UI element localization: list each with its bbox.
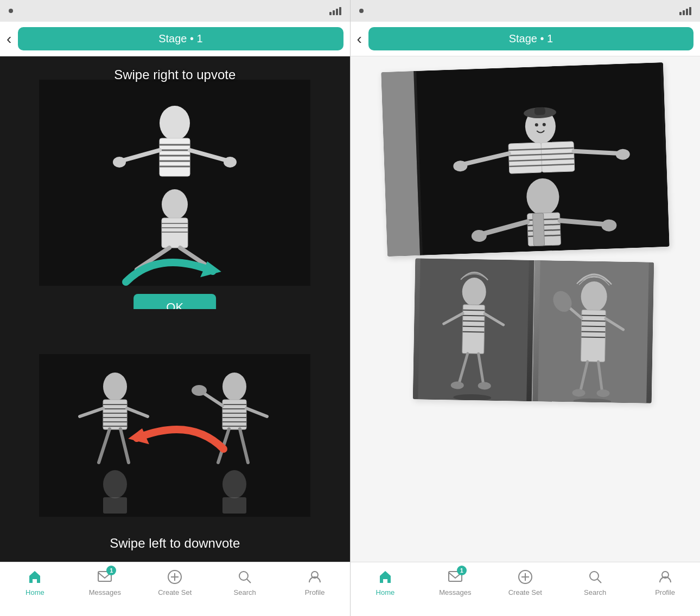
svg-point-55 — [239, 572, 248, 580]
feed-content — [351, 56, 701, 562]
svg-point-33 — [103, 470, 127, 498]
top-nav-right: ‹ Stage • 1 — [351, 22, 701, 56]
status-bar-right — [329, 7, 341, 15]
svg-rect-13 — [162, 218, 188, 248]
tutorial-content: Swipe right to upvote — [0, 56, 350, 562]
svg-point-44 — [192, 385, 207, 396]
tab-messages-label-left: Messages — [89, 588, 121, 596]
svg-rect-87 — [462, 305, 485, 354]
tab-messages-left[interactable]: 1 Messages — [70, 568, 140, 596]
tab-bar-right: Home 1 Messages Create Set — [351, 562, 701, 616]
svg-point-21 — [103, 373, 127, 401]
tab-home-label-left: Home — [26, 588, 44, 596]
tab-bar-left: Home 1 Messages Create Set — [0, 562, 350, 616]
tutorial-bottom: Swipe left to downvote — [0, 309, 350, 562]
tutorial-area: Swipe right to upvote — [0, 56, 350, 562]
tab-messages-right[interactable]: 1 Messages — [420, 568, 490, 596]
svg-line-88 — [463, 310, 485, 311]
messages-badge-left: 1 — [106, 566, 116, 575]
svg-rect-73 — [541, 142, 575, 172]
tab-search-label-right: Search — [584, 588, 606, 596]
photo-strip-left — [413, 258, 536, 401]
svg-line-90 — [463, 321, 485, 322]
svg-rect-74 — [508, 143, 542, 174]
svg-point-11 — [224, 157, 237, 168]
tab-home-label-right: Home — [376, 588, 395, 596]
status-bar-right-icons — [679, 7, 691, 15]
svg-line-92 — [462, 332, 484, 332]
svg-rect-34 — [103, 497, 127, 514]
ok-button[interactable]: OK — [133, 294, 216, 309]
signal-bars-right — [679, 7, 691, 15]
stage-badge-left: Stage • 1 — [18, 27, 343, 50]
svg-line-89 — [463, 316, 485, 316]
tab-profile-right[interactable]: Profile — [630, 568, 700, 596]
tab-search-label-left: Search — [234, 588, 256, 596]
svg-rect-102 — [581, 310, 606, 362]
photo-strip — [413, 258, 654, 403]
swipe-right-arrow — [115, 244, 234, 293]
svg-point-1 — [160, 106, 190, 140]
tab-profile-label-right: Profile — [655, 588, 675, 596]
messages-icon-right: 1 — [446, 568, 464, 586]
photo-small-image — [413, 258, 654, 403]
tab-search-right[interactable]: Search — [560, 568, 630, 596]
svg-line-91 — [462, 326, 484, 327]
tab-home-right[interactable]: Home — [351, 568, 421, 596]
tab-create-right[interactable]: Create Set — [490, 568, 560, 596]
home-icon-left — [26, 568, 44, 586]
right-phone-panel: ‹ Stage • 1 — [351, 0, 701, 616]
tab-home-left[interactable]: Home — [0, 568, 70, 596]
photo-main-area — [413, 62, 670, 255]
tutorial-top: Swipe right to upvote — [0, 56, 350, 309]
svg-line-107 — [581, 337, 605, 338]
svg-line-103 — [582, 316, 606, 316]
photo-card-large[interactable] — [381, 62, 670, 256]
status-dot-right — [359, 9, 364, 13]
svg-point-48 — [222, 470, 246, 498]
svg-line-104 — [582, 321, 606, 322]
svg-line-106 — [581, 332, 605, 332]
svg-rect-71 — [534, 107, 545, 116]
swipe-left-arrow — [115, 411, 234, 460]
create-icon-left — [166, 568, 184, 586]
create-icon-right — [516, 568, 534, 586]
tab-create-label-right: Create Set — [508, 588, 542, 596]
search-icon-left — [236, 568, 254, 586]
swipe-right-hint: Swipe right to upvote — [0, 67, 350, 82]
messages-icon-left: 1 — [96, 568, 114, 586]
stage-badge-right: Stage • 1 — [368, 27, 693, 50]
svg-rect-72 — [532, 213, 544, 246]
tab-search-left[interactable]: Search — [210, 568, 280, 596]
swipe-left-hint: Swipe left to downvote — [0, 536, 350, 551]
svg-point-35 — [222, 373, 246, 401]
profile-icon-right — [656, 568, 674, 586]
top-nav-left: ‹ Stage • 1 — [0, 22, 350, 56]
photo-strip-right — [532, 260, 654, 403]
tab-messages-label-right: Messages — [439, 588, 471, 596]
status-dot — [9, 9, 13, 13]
tab-profile-left[interactable]: Profile — [280, 568, 350, 596]
tab-create-left[interactable]: Create Set — [140, 568, 210, 596]
svg-line-105 — [581, 326, 605, 327]
home-icon-right — [376, 568, 394, 586]
svg-line-121 — [597, 579, 601, 583]
signal-bars — [329, 7, 341, 15]
svg-point-10 — [113, 157, 126, 168]
svg-line-56 — [247, 579, 251, 583]
photo-card-small[interactable] — [413, 258, 654, 403]
status-bar-left — [0, 0, 350, 22]
status-bar-right — [351, 0, 701, 22]
back-button-right[interactable]: ‹ — [357, 30, 362, 48]
tab-create-label-left: Create Set — [158, 588, 192, 596]
messages-badge-right: 1 — [457, 566, 467, 575]
back-button-left[interactable]: ‹ — [7, 30, 11, 48]
tab-profile-label-left: Profile — [305, 588, 325, 596]
svg-point-120 — [590, 572, 599, 580]
left-phone-panel: ‹ Stage • 1 Swipe right to upvote — [0, 0, 350, 616]
photo-large-image — [381, 62, 670, 256]
svg-rect-49 — [222, 497, 246, 514]
profile-icon-left — [306, 568, 324, 586]
photo-feed — [351, 56, 701, 562]
search-icon-right — [586, 568, 604, 586]
